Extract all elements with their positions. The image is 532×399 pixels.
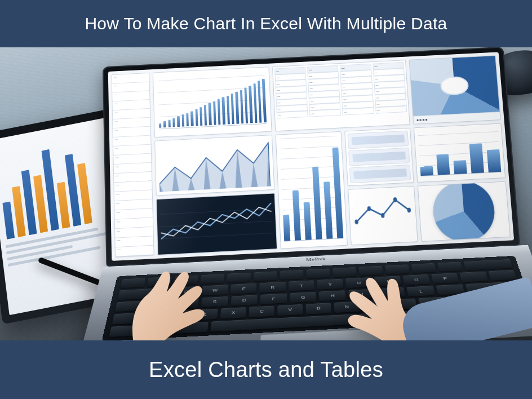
kpi-cards xyxy=(344,127,414,186)
chart-bar-right xyxy=(414,123,506,182)
header-title: How To Make Chart In Excel With Multiple… xyxy=(85,14,447,33)
chart-bar-large xyxy=(153,66,272,137)
header-band: How To Make Chart In Excel With Multiple… xyxy=(0,0,532,47)
footer-title: Excel Charts and Tables xyxy=(149,358,383,382)
data-table-top: ———————————————————————————————— xyxy=(272,60,410,131)
svg-line-10 xyxy=(161,233,273,238)
hero-image: ———— ———— ———— ———— ———— ———————————————… xyxy=(0,47,532,340)
chart-pie-bottom xyxy=(418,181,511,241)
laptop-brand: MeBvk xyxy=(306,256,326,262)
row-headers-strip: ———— ———— ———— ———— ———— xyxy=(112,73,154,258)
chart-pie-top: ■ ■ ■ ■ xyxy=(409,55,500,124)
chart-multiline-dark xyxy=(156,193,277,255)
chart-area xyxy=(154,135,274,196)
chart-bar-center xyxy=(275,131,347,249)
laptop-lid: ———— ———— ———— ———— ———— ———————————————… xyxy=(103,47,520,267)
chart-sparkline xyxy=(348,186,418,245)
laptop-screen: ———— ———— ———— ———— ———— ———————————————… xyxy=(108,52,515,261)
footer-band: Excel Charts and Tables xyxy=(0,340,532,399)
svg-line-9 xyxy=(161,221,272,227)
hand-left xyxy=(124,261,231,340)
tablet-bar-chart xyxy=(0,124,113,240)
